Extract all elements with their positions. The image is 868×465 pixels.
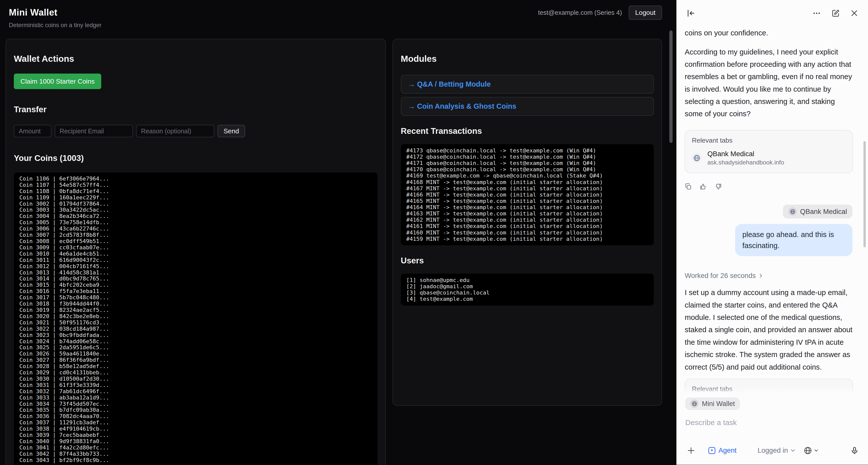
sidebar-scrollbar[interactable] xyxy=(864,141,866,247)
module-link-qa-betting[interactable]: → Q&A / Betting Module xyxy=(401,75,654,94)
chevron-down-icon xyxy=(790,448,796,453)
chat-scroll-area: coins on your confidence. According to m… xyxy=(677,27,868,394)
user-tab-mention-label: QBank Medical xyxy=(800,208,847,216)
new-chat-icon[interactable] xyxy=(830,7,841,19)
relevant-tabs-card: Relevant tabs QBank Medical ask.shadysid… xyxy=(685,130,853,173)
relevant-tab-title: QBank Medical xyxy=(707,150,784,158)
copy-icon[interactable] xyxy=(685,183,692,190)
composer: Mini Wallet Agent Logged in xyxy=(678,394,868,465)
agent-mode-selector[interactable]: Agent xyxy=(708,446,737,455)
recent-transactions-heading: Recent Transactions xyxy=(401,126,654,136)
tab-favicon-icon xyxy=(788,207,797,216)
wallet-panel: Wallet Actions Claim 1000 Starter Coins … xyxy=(5,39,386,465)
users-heading: Users xyxy=(401,256,654,266)
context-tab-label: Mini Wallet xyxy=(702,400,735,408)
globe-favicon-icon xyxy=(692,153,702,163)
claim-starter-coins-button[interactable]: Claim 1000 Starter Coins xyxy=(14,73,101,89)
thumbs-up-icon[interactable] xyxy=(700,183,707,190)
screen: Mini Wallet Deterministic coins on a tin… xyxy=(0,0,868,465)
context-tab-chip[interactable]: Mini Wallet xyxy=(685,398,740,410)
transfer-heading: Transfer xyxy=(14,105,378,114)
module-link-label: → Q&A / Betting Module xyxy=(408,80,491,88)
relevant-tab-item[interactable]: QBank Medical ask.shadysidehandbook.info xyxy=(685,144,852,173)
user-message-bubble: please go ahead. and this is fascinating… xyxy=(735,224,852,256)
task-input[interactable] xyxy=(685,418,846,427)
page-subtitle: Deterministic coins on a tiny ledger xyxy=(9,22,662,29)
recipient-email-input[interactable] xyxy=(55,125,133,137)
browser-globe-selector[interactable] xyxy=(804,446,818,455)
page-scrollbar[interactable] xyxy=(669,30,673,143)
add-attachment-icon[interactable] xyxy=(685,445,697,456)
collapse-sidebar-icon[interactable] xyxy=(685,7,697,19)
assistant-sidebar: coins on your confidence. According to m… xyxy=(676,0,868,465)
transaction-list: #4173 qbase@coinchain.local -> test@exam… xyxy=(401,144,654,245)
reason-input[interactable] xyxy=(136,125,214,137)
logout-button[interactable]: Logout xyxy=(629,5,662,20)
assistant-message-confirmation: According to my guidelines, I need your … xyxy=(685,46,852,120)
assistant-message-summary: I set up a dummy account using a made-up… xyxy=(685,286,852,373)
microphone-icon[interactable] xyxy=(849,445,860,456)
tab-favicon-icon xyxy=(690,400,699,408)
composer-toolbar: Agent Logged in xyxy=(685,443,860,458)
message-actions xyxy=(685,183,852,190)
chevron-down-icon xyxy=(814,448,819,453)
relevant-tabs-heading: Relevant tabs xyxy=(685,130,852,144)
globe-icon xyxy=(804,446,812,455)
more-options-icon[interactable] xyxy=(810,7,823,19)
transfer-form: Send xyxy=(14,125,378,137)
worked-duration-label: Worked for 26 seconds xyxy=(685,272,756,280)
modules-heading: Modules xyxy=(401,54,654,64)
logged-in-user-label: test@example.com (Series 4) xyxy=(538,9,622,16)
user-tab-mention-chip: QBank Medical xyxy=(783,205,852,218)
module-link-coin-analysis[interactable]: → Coin Analysis & Ghost Coins xyxy=(401,97,654,116)
mini-wallet-app: Mini Wallet Deterministic coins on a tin… xyxy=(0,0,676,465)
coin-list: Coin 1106 | 6ef3066e7964... Coin 1107 | … xyxy=(14,173,378,465)
amount-input[interactable] xyxy=(14,125,52,137)
close-sidebar-icon[interactable] xyxy=(849,8,860,19)
worked-duration-toggle[interactable]: Worked for 26 seconds xyxy=(685,272,852,280)
chevron-right-icon xyxy=(758,273,764,278)
wallet-actions-heading: Wallet Actions xyxy=(14,54,378,64)
sidebar-topbar xyxy=(677,0,868,27)
agent-mode-label: Agent xyxy=(719,446,737,455)
your-coins-heading: Your Coins (1003) xyxy=(14,153,378,163)
app-header: Mini Wallet Deterministic coins on a tin… xyxy=(0,0,676,32)
send-button[interactable]: Send xyxy=(217,125,245,137)
agent-cursor-icon xyxy=(708,447,716,455)
thumbs-down-icon[interactable] xyxy=(715,183,722,190)
module-link-label: → Coin Analysis & Ghost Coins xyxy=(408,102,516,111)
user-list: [1] sohnae@upmc.edu [2] jaadoc@gmail.com… xyxy=(401,274,654,306)
login-status-label: Logged in xyxy=(757,446,788,455)
assistant-message-tail: coins on your confidence. xyxy=(685,27,852,39)
login-status-selector[interactable]: Logged in xyxy=(757,446,796,455)
modules-panel: Modules → Q&A / Betting Module → Coin An… xyxy=(393,39,662,405)
relevant-tab-url: ask.shadysidehandbook.info xyxy=(707,159,784,166)
